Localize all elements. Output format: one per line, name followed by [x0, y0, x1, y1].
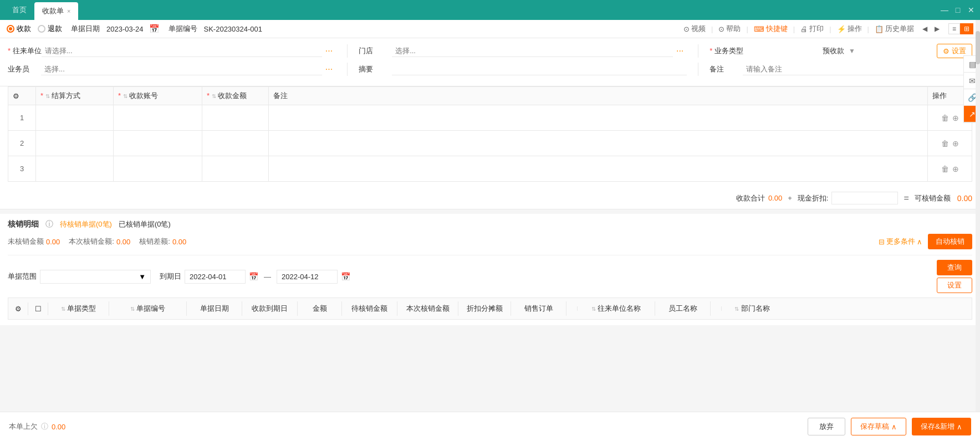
done-tab[interactable]: 已核销单据(0笔): [119, 219, 171, 229]
calendar-icon[interactable]: 📅: [149, 24, 160, 34]
counterpart-input[interactable]: [42, 45, 322, 57]
date-from-icon[interactable]: 📅: [249, 272, 258, 281]
scrollbar-thumb[interactable]: [976, 31, 980, 64]
available-value: 0.00: [957, 194, 972, 203]
diff-value: 0.00: [172, 238, 186, 246]
current-value: 0.00: [116, 238, 130, 246]
bottom-table-header: ⚙ ☐ ⇅ 单据类型 ⇅ 单据编号 单据日期 收款到期日 金额 待核销金额 本次…: [8, 298, 972, 320]
maximize-btn[interactable]: □: [953, 6, 962, 14]
unverified-stat: 未核销金额 0.00: [8, 237, 60, 247]
radio-refund-dot: [38, 25, 45, 33]
nav-prev-btn[interactable]: ◀: [920, 23, 931, 34]
pending-tab[interactable]: 待核销单据(0笔): [60, 219, 112, 229]
row-remark-1[interactable]: [269, 105, 928, 131]
sep1: |: [711, 25, 713, 33]
row-remark-3[interactable]: [269, 156, 928, 182]
range-field: 单据范围 ▼: [8, 270, 151, 284]
row-settle-3[interactable]: [36, 156, 114, 182]
row-amount-1[interactable]: [202, 105, 269, 131]
history-icon: 📋: [875, 25, 884, 33]
more-conditions-btn[interactable]: ⊟ 更多条件 ∧: [879, 237, 922, 247]
salesperson-more-icon[interactable]: ···: [322, 65, 336, 74]
table-row: 1 🗑 ⊕: [8, 105, 972, 131]
scrollbar-area[interactable]: [976, 20, 980, 419]
sort-bt3: ⇅: [591, 306, 596, 312]
ops-link[interactable]: ⚡ 操作: [837, 24, 862, 34]
close-btn[interactable]: ✕: [967, 6, 976, 14]
row-no-3: 3: [8, 156, 36, 182]
expand-icon: ∧: [917, 238, 922, 246]
delete-icon-2[interactable]: 🗑: [941, 139, 949, 148]
table-row: 3 🗑 ⊕: [8, 156, 972, 182]
auto-verify-btn[interactable]: 自动核销: [928, 234, 972, 249]
row-remark-2[interactable]: [269, 131, 928, 156]
date-to-input[interactable]: [277, 270, 338, 284]
summary-input[interactable]: [392, 63, 687, 75]
btcol-check[interactable]: ☐: [28, 302, 48, 315]
row-account-3[interactable]: [114, 156, 202, 182]
store-more-icon[interactable]: ···: [673, 47, 687, 55]
tab-active[interactable]: 收款单 ×: [34, 2, 78, 20]
row-no-1: 1: [8, 105, 36, 131]
date-from-input[interactable]: [185, 270, 246, 284]
btcol-gear[interactable]: ⚙: [8, 302, 28, 315]
btcol-check-icon: ☐: [35, 305, 42, 313]
date-to-icon[interactable]: 📅: [341, 272, 350, 281]
store-input[interactable]: [392, 45, 673, 57]
row-settle-1[interactable]: [36, 105, 114, 131]
print-link[interactable]: 🖨 打印: [800, 24, 824, 34]
shortcut-link[interactable]: ⌨ 快捷键: [754, 24, 788, 34]
row-account-2[interactable]: [114, 131, 202, 156]
list-view-btn[interactable]: ≡: [948, 23, 960, 34]
col-amount-header: ⇅ 收款金额: [202, 87, 269, 105]
filter-set-btn[interactable]: 设置: [937, 278, 972, 293]
business-type-arrow[interactable]: ▼: [846, 47, 858, 55]
counterpart-more-icon[interactable]: ···: [322, 47, 336, 55]
window-controls: — □ ✕: [940, 6, 976, 14]
row-settle-2[interactable]: [36, 131, 114, 156]
sep5: |: [867, 25, 869, 33]
salesperson-field: 业务员 ···: [8, 63, 336, 75]
nav-controls: ◀ ▶: [920, 23, 943, 34]
business-type-field: 业务类型 预收款 ▼ ⚙ 设置: [710, 44, 972, 58]
query-btn[interactable]: 查询: [937, 260, 972, 275]
table-gear-icon[interactable]: ⚙: [13, 92, 19, 100]
row-amount-3[interactable]: [202, 156, 269, 182]
btcol-bill-no-label: 单据编号: [136, 304, 165, 312]
nav-next-btn[interactable]: ▶: [932, 23, 943, 34]
minimize-btn[interactable]: —: [940, 6, 949, 14]
tab-close-icon[interactable]: ×: [67, 8, 70, 14]
draft-btn[interactable]: 保存草稿 ∧: [851, 418, 906, 435]
store-label: 门店: [359, 46, 392, 56]
sep4: |: [829, 25, 831, 33]
summary-field: 摘要: [359, 63, 687, 75]
keyboard-icon: ⌨: [754, 25, 764, 33]
remark-input[interactable]: [743, 63, 972, 75]
help-link[interactable]: ⊙ 帮助: [718, 24, 741, 34]
verify-info-icon[interactable]: ⓘ: [45, 219, 53, 229]
radio-refund[interactable]: 退款: [38, 24, 62, 34]
copy-icon-3[interactable]: ⊕: [952, 165, 959, 173]
copy-icon-1[interactable]: ⊕: [952, 114, 959, 122]
history-link[interactable]: 📋 历史单据: [875, 24, 914, 34]
total-value: 0.00: [768, 194, 782, 202]
tab-home[interactable]: 首页: [4, 2, 34, 18]
radio-receive[interactable]: 收款: [7, 24, 31, 34]
discount-input[interactable]: [831, 192, 898, 204]
save-btn[interactable]: 保存&新增 ∧: [912, 418, 971, 435]
radio-refund-label: 退款: [48, 24, 62, 34]
abandon-btn[interactable]: 放弃: [808, 418, 845, 435]
delete-icon-1[interactable]: 🗑: [941, 114, 949, 122]
salesperson-input[interactable]: [41, 63, 322, 75]
draft-btn-label: 保存草稿: [860, 422, 889, 432]
help-icon: ⊙: [718, 25, 724, 33]
row-account-1[interactable]: [114, 105, 202, 131]
grid-view-btn[interactable]: ⊞: [960, 23, 973, 34]
due-label: 到期日: [160, 271, 181, 281]
video-link[interactable]: ⊙ 视频: [683, 24, 706, 34]
copy-icon-2[interactable]: ⊕: [952, 139, 959, 148]
range-select[interactable]: ▼: [40, 270, 151, 284]
row-amount-2[interactable]: [202, 131, 269, 156]
bottom-info-icon[interactable]: ⓘ: [41, 422, 48, 432]
delete-icon-3[interactable]: 🗑: [941, 165, 949, 173]
